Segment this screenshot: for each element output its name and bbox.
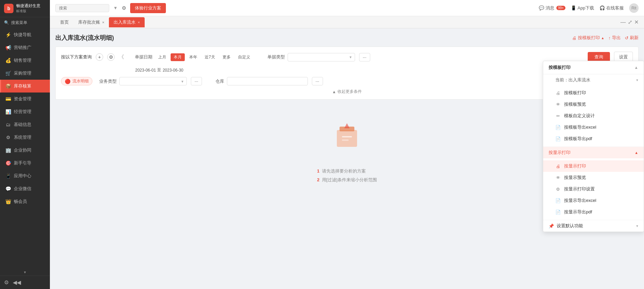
- sidebar-item-label: 系统管理: [14, 134, 31, 140]
- page-content: 出入库流水(流水明细) 🖨 按模板打印 ▲ ↑ 导出 ↺ 刷新: [50, 28, 644, 289]
- sidebar-search-label: 搜索菜单: [11, 20, 27, 26]
- dropdown-default-function[interactable]: 📌 设置默认功能 ▾: [543, 220, 644, 232]
- sidebar-item-member[interactable]: 👑 畅会员: [0, 195, 50, 208]
- biz-type-more-button[interactable]: ···: [191, 77, 202, 85]
- dropdown-item-template-pdf[interactable]: 📄 按模板导出pdf: [543, 133, 644, 144]
- topbar-chevron-icon[interactable]: ▼: [113, 5, 118, 10]
- filter-tag-icon: 🔴: [65, 79, 70, 84]
- biz-type-select[interactable]: [119, 77, 187, 85]
- user-avatar[interactable]: Rit: [629, 3, 639, 13]
- display-settings-icon: ⚙: [555, 186, 561, 192]
- active-filter-tag: 🔴 流水明细: [61, 77, 92, 85]
- wechat-icon: 💬: [5, 186, 11, 192]
- sidebar-item-apps[interactable]: 📱 应用中心: [0, 169, 50, 182]
- template-print-label: 按模板打印: [564, 90, 586, 96]
- app-download-button[interactable]: 📱 App下载: [571, 5, 594, 11]
- hint-text-2: 用[过滤]条件来缩小分析范围: [322, 177, 377, 182]
- doc-type-more-button[interactable]: ···: [359, 53, 370, 61]
- topbar-search-input[interactable]: [55, 4, 109, 12]
- collapse-sidebar-icon[interactable]: ◀◀: [13, 279, 21, 286]
- tab-close-icon[interactable]: ✕: [634, 19, 639, 25]
- export-button[interactable]: ↑ 导出: [609, 35, 621, 41]
- warehouse-more-button[interactable]: ···: [312, 77, 323, 85]
- topbar-gear-icon[interactable]: ⚙: [122, 5, 126, 11]
- industry-solution-button[interactable]: 体验行业方案: [130, 3, 166, 13]
- inventory-icon: 📦: [5, 83, 11, 89]
- print-icon: 🖨: [572, 35, 577, 41]
- date-label: 单据日期: [135, 54, 152, 60]
- sidebar-menu: ⚡ 快捷导航 📢 营销推广 💰 销售管理 🛒 采购管理 📦 库存核算 💳 资金管…: [0, 28, 50, 269]
- message-icon: 💬: [539, 5, 544, 10]
- tab-maximize-icon[interactable]: ⤢: [628, 19, 632, 25]
- warehouse-filter: 仓库 ···: [215, 77, 323, 85]
- date-tab-more[interactable]: 更多: [219, 53, 234, 61]
- dropdown-collapse-icon[interactable]: ▲: [634, 65, 638, 70]
- app-download-icon: 📱: [571, 5, 576, 10]
- default-function-label: 设置默认功能: [557, 223, 583, 229]
- warehouse-input[interactable]: [227, 77, 308, 85]
- sidebar-item-guide[interactable]: 🎯 新手引导: [0, 157, 50, 169]
- filter-settings-button[interactable]: ⚙: [107, 53, 115, 61]
- app-logo-icon: b: [4, 4, 13, 13]
- sidebar-item-inventory[interactable]: 📦 库存核算: [0, 80, 50, 93]
- sidebar-item-sales[interactable]: 💰 销售管理: [0, 54, 50, 67]
- refresh-icon: ↺: [625, 35, 628, 41]
- svg-rect-0: [337, 130, 357, 147]
- date-tab-current-month[interactable]: 本月: [171, 53, 185, 61]
- sidebar-item-enterprise[interactable]: 🏢 企业协同: [0, 144, 50, 157]
- sidebar-item-quick-nav[interactable]: ⚡ 快捷导航: [0, 28, 50, 41]
- sidebar-item-marketing[interactable]: 📢 营销推广: [0, 41, 50, 54]
- tab-batch-ledger[interactable]: 库存批次账 ×: [74, 17, 109, 27]
- refresh-button[interactable]: ↺ 刷新: [625, 35, 639, 41]
- dropdown-item-display-settings[interactable]: ⚙ 按显示打印设置: [543, 183, 644, 195]
- dropdown-item-template-excel[interactable]: 📄 按模板导出excel: [543, 122, 644, 133]
- online-service-button[interactable]: 🎧 在线客服: [599, 5, 624, 11]
- dropdown-item-display-print[interactable]: 🖨 按显示打印: [543, 160, 644, 172]
- tab-flow[interactable]: 出入库流水 ×: [109, 17, 144, 27]
- filter-collapse-icon[interactable]: 《: [119, 54, 124, 61]
- settings-footer-icon[interactable]: ⚙: [4, 279, 9, 286]
- empty-hint-2: 2 用[过滤]条件来缩小分析范围: [317, 176, 377, 184]
- print-dropdown-panel: 按模板打印 ▲ 当前：出入库流水 ▾ 🖨 按模板打印 👁 按模板预览: [543, 61, 644, 232]
- operations-icon: 📊: [5, 109, 11, 115]
- sidebar-search[interactable]: 🔍 搜索菜单: [0, 17, 50, 28]
- display-excel-label: 按显示导出excel: [564, 198, 596, 204]
- date-tab-current-year[interactable]: 本年: [186, 53, 200, 61]
- app-name: 畅捷通好生意: [16, 3, 40, 9]
- sidebar-item-finance[interactable]: 💳 资金管理: [0, 93, 50, 105]
- date-tab-custom[interactable]: 自定义: [235, 53, 253, 61]
- dropdown-current-arrow[interactable]: ▾: [636, 78, 638, 82]
- date-tab-prev-month[interactable]: 上月: [155, 53, 169, 61]
- dropdown-template-section: 🖨 按模板打印 👁 按模板预览 ✏ 模板自定义设计 📄 按模板导出excel 📄: [543, 85, 644, 147]
- dropdown-item-display-excel[interactable]: 📄 按显示导出excel: [543, 195, 644, 206]
- dropdown-item-display-preview[interactable]: 👁 按显示预览: [543, 172, 644, 183]
- sidebar-item-system[interactable]: ⚙ 系统管理: [0, 131, 50, 144]
- dropdown-item-template-preview[interactable]: 👁 按模板预览: [543, 99, 644, 110]
- template-excel-icon: 📄: [555, 125, 561, 130]
- print-template-button[interactable]: 🖨 按模板打印 ▲: [572, 35, 605, 41]
- sidebar-scroll-down[interactable]: ▼: [0, 269, 50, 275]
- sidebar-item-basic[interactable]: 🗂 基础信息: [0, 118, 50, 131]
- search-icon: 🔍: [4, 20, 9, 25]
- filter-add-button[interactable]: +: [96, 53, 103, 61]
- tab-minimize-icon[interactable]: —: [620, 19, 626, 25]
- sidebar-item-wechat[interactable]: 💬 企业微信: [0, 182, 50, 195]
- dropdown-item-template-print[interactable]: 🖨 按模板打印: [543, 87, 644, 99]
- dropdown-item-display-pdf[interactable]: 📄 按显示导出pdf: [543, 206, 644, 218]
- collapse-label: 收起更多条件: [338, 89, 362, 95]
- tab-home[interactable]: 首页: [55, 17, 74, 27]
- sidebar-item-operations[interactable]: 📊 经营管理: [0, 105, 50, 118]
- doc-type-select[interactable]: [288, 53, 355, 61]
- messages-button[interactable]: 💬 消息 99+: [539, 5, 565, 11]
- dropdown-item-template-custom[interactable]: ✏ 模板自定义设计: [543, 110, 644, 122]
- tab-batch-ledger-label: 库存批次账: [78, 19, 100, 25]
- page-header: 出入库流水(流水明细) 🖨 按模板打印 ▲ ↑ 导出 ↺ 刷新: [55, 34, 639, 42]
- date-tab-last7[interactable]: 近7天: [202, 53, 218, 61]
- dropdown-display-section-header[interactable]: 按显示打印 ▲: [543, 147, 644, 158]
- tab-flow-close[interactable]: ×: [138, 20, 140, 24]
- sidebar: b 畅捷通好生意 标准版 🔍 搜索菜单 ⚡ 快捷导航 📢 营销推广 💰 销售管理…: [0, 0, 50, 289]
- doc-type-select-wrapper: [288, 53, 355, 61]
- dropdown-header: 按模板打印 ▲: [543, 61, 644, 74]
- sidebar-item-purchase[interactable]: 🛒 采购管理: [0, 67, 50, 80]
- tab-batch-ledger-close[interactable]: ×: [102, 20, 104, 24]
